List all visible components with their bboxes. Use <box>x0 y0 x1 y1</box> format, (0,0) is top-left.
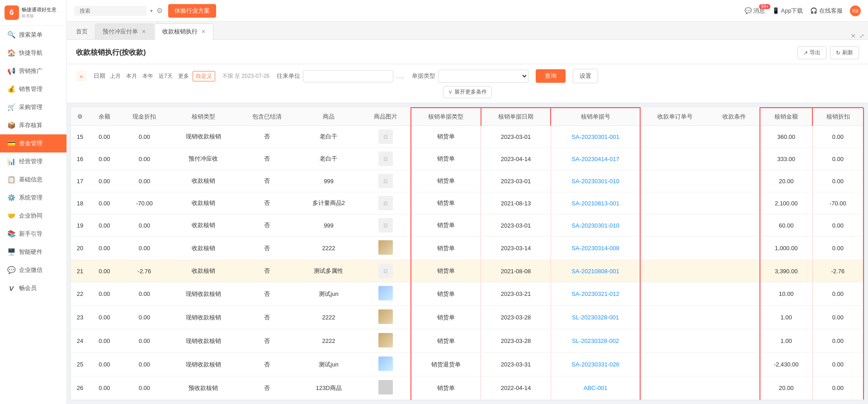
sidebar-item-search[interactable]: 🔍 搜索菜单 <box>0 26 66 44</box>
sidebar-item-management[interactable]: 📊 经营管理 <box>0 152 66 171</box>
cell-include-settled: 否 <box>238 400 297 401</box>
online-service[interactable]: 🎧 在线客服 <box>810 7 843 15</box>
col-verify-bill-no: 核销单据号 <box>551 108 640 126</box>
cell-product-img <box>361 353 411 376</box>
sidebar-item-basic[interactable]: 📋 基础信息 <box>0 171 66 189</box>
bill-no-link[interactable]: SA-20230301-010 <box>571 222 619 229</box>
cell-verify-bill-date: 2023-03-21 <box>481 282 551 306</box>
sidebar-item-sales[interactable]: 💰 销售管理 <box>0 80 66 98</box>
bill-type-select[interactable] <box>438 70 528 83</box>
sidebar-item-enterprise[interactable]: 🤝 企业协同 <box>0 207 66 225</box>
cell-verify-bill-type: 销货单 <box>411 400 481 401</box>
filter-date-group: 日期 上月 本月 本年 近7天 更多 自定义 <box>94 71 215 81</box>
product-image <box>378 380 393 394</box>
message-area[interactable]: 💬 消息 99+ <box>745 7 765 15</box>
cell-verify-bill-no: SL-20230328-001 <box>551 306 640 329</box>
tab-close-icon[interactable]: ✕ <box>851 33 856 39</box>
query-button[interactable]: 查询 <box>536 69 566 83</box>
expand-more-button[interactable]: ∨ 展开更多条件 <box>443 86 491 98</box>
sidebar-item-label: 企业微信 <box>19 266 42 274</box>
bill-no-link[interactable]: SA-20230321-012 <box>571 290 619 297</box>
solution-button[interactable]: 休验行业方案 <box>168 4 216 18</box>
bill-no-link[interactable]: SA-20210813-001 <box>571 200 619 207</box>
col-receipt-order-no: 收款单订单号 <box>640 108 709 126</box>
tab-collection-close[interactable]: ✕ <box>201 29 206 35</box>
bill-no-link[interactable]: SA-20230314-008 <box>571 245 619 252</box>
table-row: 24 0.00 0.00 现销收款核销 否 2222 销货单 2023-03-2… <box>71 329 863 353</box>
sidebar-item-guide[interactable]: 📚 新手引导 <box>0 225 66 243</box>
bill-no-link[interactable]: SA-20230301-001 <box>571 133 619 140</box>
cell-product-img: 🖼 <box>361 192 411 214</box>
sidebar-item-inventory[interactable]: 📦 库存核算 <box>0 116 66 134</box>
tab-collection[interactable]: 收款核销执行 ✕ <box>155 24 213 40</box>
bill-no-link[interactable]: SA-20230331-026 <box>571 361 619 368</box>
app-download[interactable]: 📱 App下载 <box>772 7 803 15</box>
tab-advance-close[interactable]: ✕ <box>142 29 146 35</box>
user-avatar[interactable]: Rit <box>850 5 861 16</box>
refresh-button[interactable]: ↻ 刷新 <box>830 46 859 59</box>
col-settings[interactable]: ⚙ <box>71 108 89 126</box>
date-btn-more[interactable]: 更多 <box>176 71 191 81</box>
sidebar-item-label: 库存核算 <box>19 121 42 129</box>
sidebar-item-label: 智能硬件 <box>19 248 42 256</box>
sidebar-item-finance[interactable]: 💳 资金管理 <box>0 134 66 152</box>
filter-bill-type-group: 单据类型 <box>412 70 528 83</box>
cell-verify-amount: 10.00 <box>760 282 813 306</box>
partner-input[interactable] <box>303 70 393 82</box>
cell-receipt-order-no <box>640 376 709 400</box>
cell-verify-bill-no: SA-20230301-010 <box>551 170 640 192</box>
date-custom-button[interactable]: 自定义 <box>193 71 215 81</box>
date-btn-this-year[interactable]: 本年 <box>141 71 155 81</box>
sidebar-item-quicknav[interactable]: 🏠 快捷导航 <box>0 44 66 62</box>
sidebar-item-label: 快捷导航 <box>19 49 42 57</box>
expand-more-row: ∨ 展开更多条件 <box>76 86 859 98</box>
date-btn-last-month[interactable]: 上月 <box>108 71 123 81</box>
tab-expand-icon[interactable]: ⤢ <box>859 33 864 39</box>
filter-bar: » 日期 上月 本月 本年 近7天 更多 自定义 不限 至 2023-07-26 <box>67 64 868 103</box>
purchase-icon: 🛒 <box>7 103 15 111</box>
sidebar-item-marketing[interactable]: 📢 营销推广 <box>0 62 66 80</box>
cell-balance: 0.00 <box>89 237 120 260</box>
cell-include-settled: 否 <box>238 376 297 400</box>
cell-id: 24 <box>71 329 89 353</box>
export-button[interactable]: ↗ 导出 <box>797 46 826 59</box>
tab-home[interactable]: 首页 <box>69 24 95 39</box>
search-input[interactable] <box>74 6 146 16</box>
bill-no-link[interactable]: ABC-001 <box>584 385 608 391</box>
sidebar-item-wechat[interactable]: 💬 企业微信 <box>0 261 66 279</box>
sidebar-item-purchase[interactable]: 🛒 采购管理 <box>0 98 66 116</box>
sidebar-item-hardware[interactable]: 🖥️ 智能硬件 <box>0 243 66 261</box>
table-row: 17 0.00 0.00 收款核销 否 999 🖼 销货单 2023-03-01… <box>71 170 863 192</box>
tab-advance[interactable]: 预付冲应付单 ✕ <box>95 24 154 39</box>
cell-verify-type: 现销收款核销 <box>169 353 237 376</box>
sidebar-item-label: 销售管理 <box>19 85 42 93</box>
setting-button[interactable]: 设置 <box>573 69 598 83</box>
bill-no-link[interactable]: SA-20210808-001 <box>571 268 619 275</box>
cell-receipt-condition <box>709 400 760 401</box>
product-image: 🖼 <box>378 174 393 188</box>
cell-verify-discount: 0.00 <box>812 306 863 329</box>
cell-product-img: 🖼 <box>361 260 411 282</box>
bill-no-link[interactable]: SL-20230328-001 <box>572 314 619 321</box>
cell-product: 999 <box>297 214 361 237</box>
date-btn-this-month[interactable]: 本月 <box>124 71 139 81</box>
product-image <box>378 309 393 324</box>
cell-include-settled: 否 <box>238 170 297 192</box>
cell-verify-bill-no: SA-20230414-017 <box>551 148 640 170</box>
bill-no-link[interactable]: SA-20230301-010 <box>571 178 619 185</box>
sidebar-item-system[interactable]: ⚙️ 系统管理 <box>0 189 66 207</box>
bill-no-link[interactable]: SA-20230414-017 <box>571 156 619 162</box>
partner-more-button[interactable]: ... <box>396 72 405 80</box>
bill-no-link[interactable]: SL-20230328-002 <box>572 337 619 344</box>
cell-verify-discount: 0.00 <box>812 376 863 400</box>
cell-receipt-condition <box>709 170 760 192</box>
date-btn-7days[interactable]: 近7天 <box>157 71 175 81</box>
sidebar-item-member[interactable]: V 畅会员 <box>0 279 66 297</box>
cell-product-img <box>361 282 411 306</box>
cell-include-settled: 否 <box>238 282 297 306</box>
settings-icon[interactable]: ⚙ <box>156 6 163 15</box>
date-range-text: 不限 至 2023-07-26 <box>222 72 269 80</box>
cell-receipt-order-no <box>640 353 709 376</box>
cell-receipt-order-no <box>640 170 709 192</box>
filter-expand-button[interactable]: » <box>76 71 86 81</box>
